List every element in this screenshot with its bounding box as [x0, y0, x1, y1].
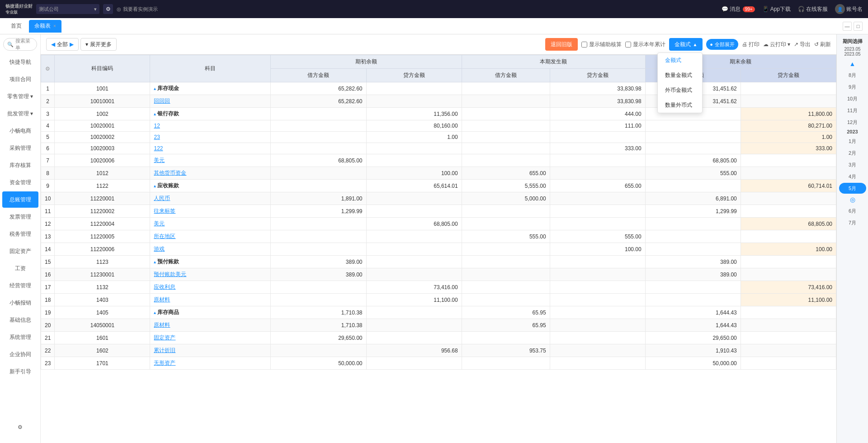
row-subject[interactable]: 无形资产 [150, 357, 271, 370]
row-subject[interactable]: 其他货币资金 [150, 167, 271, 180]
row-subject[interactable]: 人民币 [150, 192, 271, 205]
row-subject[interactable]: 原材料 [150, 294, 271, 306]
settings-icon[interactable]: ⚙ [103, 4, 113, 14]
expand-more-btn[interactable]: ▾ 展开更多 [80, 38, 117, 51]
back-old-version-btn[interactable]: 退回旧版 [545, 38, 578, 51]
sidebar-item-operation[interactable]: 经营管理 [2, 277, 38, 294]
row-cur-credit [550, 167, 645, 180]
search-all-btn[interactable]: ◀ 全部 ▶ [46, 38, 79, 51]
row-code: 11220005 [55, 230, 150, 243]
mode-btn[interactable]: 金额式 ▲ [669, 38, 703, 51]
row-close-credit [741, 167, 836, 180]
tab-balance[interactable]: 余额表 × [29, 20, 61, 33]
sidebar-item-ledger[interactable]: 总账管理 [2, 191, 38, 208]
row-subject[interactable]: 23 [150, 132, 271, 143]
row-subject[interactable]: 美元 [150, 218, 271, 230]
online-service-btn[interactable]: 🎧 在线客服 [798, 5, 828, 13]
row-subject[interactable]: 预付账款美元 [150, 268, 271, 281]
row-subject[interactable]: 固定资产 [150, 332, 271, 344]
show-auxiliary-checkbox[interactable] [581, 42, 587, 48]
sidebar-settings-btn[interactable]: ⚙ [2, 419, 38, 435]
period-jan[interactable]: 1月 [839, 136, 866, 147]
row-subject[interactable]: 122 [150, 143, 271, 154]
row-subject[interactable]: 12 [150, 120, 271, 132]
sidebar-item-system[interactable]: 系统管理 [2, 329, 38, 345]
row-subject[interactable]: 往来标签 [150, 205, 271, 218]
row-subject[interactable]: 应收利息 [150, 281, 271, 294]
mode-option-qty-amount[interactable]: 数量金额式 [658, 68, 702, 83]
mode-option-amount[interactable]: 金额式 [658, 53, 702, 68]
app-download-btn[interactable]: 📱 App下载 [762, 5, 791, 13]
sidebar-item-basic[interactable]: 基础信息 [2, 312, 38, 328]
msg-btn[interactable]: 💬 消息 99+ [722, 5, 755, 13]
row-subject[interactable]: 游戏 [150, 243, 271, 256]
row-subject[interactable]: 美元 [150, 154, 271, 167]
table-row: 2014050001原材料1,710.3865.951,644.43 [41, 319, 836, 332]
mode-option-foreign-amount[interactable]: 外币金额式 [658, 83, 702, 98]
period-mar[interactable]: 3月 [839, 159, 866, 170]
period-nav-refresh[interactable]: ◎ [850, 196, 855, 203]
sidebar-item-cooperation[interactable]: 企业协同 [2, 346, 38, 362]
demo-btn[interactable]: ◎ 我要看实例演示 [117, 6, 158, 13]
period-oct[interactable]: 10月 [839, 93, 866, 104]
sidebar-item-tax[interactable]: 税务管理 [2, 226, 38, 242]
row-close-credit [741, 82, 836, 95]
user-btn[interactable]: 👤 账号名 [835, 4, 863, 14]
tab-close-icon[interactable]: × [53, 24, 56, 29]
tab-home[interactable]: 首页 [5, 20, 27, 33]
row-subject[interactable]: 回回回 [150, 95, 271, 108]
row-number: 8 [41, 167, 55, 180]
sidebar-item-fixed-assets[interactable]: 固定资产 [2, 243, 38, 259]
row-cur-credit: 655.00 [550, 180, 645, 192]
mode-option-qty-foreign[interactable]: 数量外币式 [658, 98, 702, 113]
period-nov[interactable]: 11月 [839, 105, 866, 116]
period-feb[interactable]: 2月 [839, 148, 866, 158]
sidebar-item-capital[interactable]: 资金管理 [2, 174, 38, 191]
period-aug[interactable]: 8月 [839, 70, 866, 81]
sidebar-item-salary[interactable]: 工资 [2, 260, 38, 276]
row-code: 1403 [55, 294, 150, 306]
sidebar-item-project[interactable]: 项目合同 [2, 71, 38, 87]
row-subject[interactable]: 原材料 [150, 319, 271, 332]
row-cur-credit [550, 218, 645, 230]
sidebar-item-guide[interactable]: 新手引导 [2, 363, 38, 380]
company-selector[interactable]: 测试公司 ▾ [36, 4, 99, 14]
row-subject: ▴ 库存现金 [150, 82, 271, 95]
sidebar-item-wholesale[interactable]: 批发管理 ▾ [2, 105, 38, 122]
cloud-print-btn[interactable]: ☁ 云打印 ▾ [763, 38, 790, 51]
export-btn[interactable]: ↗ 导出 [794, 38, 811, 51]
sidebar-item-retail[interactable]: 零售管理 ▾ [2, 88, 38, 105]
period-dec[interactable]: 12月 [839, 117, 866, 128]
period-jul[interactable]: 7月 [839, 217, 866, 228]
sidebar-item-ecommerce[interactable]: 小畅电商 [2, 123, 38, 139]
sidebar-item-sales[interactable]: 小畅报销 [2, 295, 38, 311]
period-may[interactable]: 5月 [839, 183, 866, 194]
row-close-debit: 1,644.43 [645, 319, 741, 332]
row-subject[interactable]: 累计折旧 [150, 344, 271, 357]
sidebar-item-inventory[interactable]: 库存核算 [2, 157, 38, 173]
sidebar-item-quick-nav[interactable]: 快捷导航 [2, 54, 38, 70]
print-btn[interactable]: 🖨 打印 [742, 38, 760, 51]
sidebar-item-invoice[interactable]: 发票管理 [2, 209, 38, 225]
row-close-credit [741, 154, 836, 167]
table-row: 510020002231.001.00 [41, 132, 836, 143]
mode-dropdown-menu: 金额式 数量金额式 外币金额式 数量外币式 [657, 52, 703, 113]
sidebar-search[interactable]: 🔍 搜索菜单 [3, 38, 37, 51]
table-settings-icon[interactable]: ⚙ [45, 66, 50, 72]
period-nav-up[interactable]: ▲ [849, 60, 856, 67]
minimize-button[interactable]: — [843, 22, 852, 31]
row-number: 23 [41, 357, 55, 370]
period-sep[interactable]: 9月 [839, 81, 866, 92]
sidebar-item-purchase[interactable]: 采购管理 [2, 140, 38, 156]
maximize-button[interactable]: □ [854, 22, 863, 31]
row-close-credit [741, 205, 836, 218]
expand-all-toggle[interactable]: ● 全部展开 [706, 39, 738, 50]
row-subject[interactable]: 所在地区 [150, 230, 271, 243]
th-settings[interactable]: ⚙ [41, 55, 55, 82]
row-number: 12 [41, 218, 55, 230]
row-code: 10020002 [55, 132, 150, 143]
refresh-btn[interactable]: ↺ 刷新 [814, 38, 831, 51]
period-jun[interactable]: 6月 [839, 205, 866, 216]
period-apr[interactable]: 4月 [839, 171, 866, 182]
show-year-checkbox[interactable] [625, 42, 631, 48]
